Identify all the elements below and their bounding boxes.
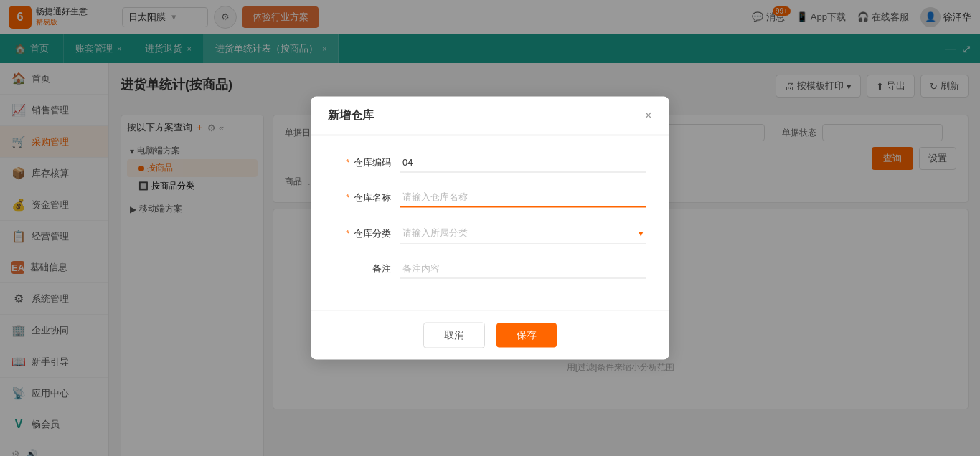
warehouse-category-label: * 仓库分类 <box>334 227 391 239</box>
modal-close-button[interactable]: × <box>644 108 652 123</box>
warehouse-name-label: * 仓库名称 <box>334 191 391 204</box>
warehouse-remark-label: 备注 <box>334 262 391 275</box>
modal-footer: 取消 保存 <box>311 310 669 360</box>
save-button[interactable]: 保存 <box>496 323 557 348</box>
warehouse-name-input[interactable] <box>400 187 646 208</box>
modal-body: * 仓库编码 * 仓库名称 * 仓库分类 请输入所属分类 ▾ <box>311 136 669 310</box>
warehouse-name-row: * 仓库名称 <box>334 187 646 208</box>
dropdown-arrow-icon: ▾ <box>639 227 644 238</box>
required-star: * <box>346 157 349 168</box>
required-star-2: * <box>346 191 349 202</box>
warehouse-code-label: * 仓库编码 <box>334 156 391 169</box>
warehouse-category-row: * 仓库分类 请输入所属分类 ▾ <box>334 222 646 244</box>
category-placeholder: 请输入所属分类 <box>402 227 468 239</box>
warehouse-code-row: * 仓库编码 <box>334 153 646 173</box>
modal-header: 新增仓库 × <box>311 97 669 136</box>
cancel-button[interactable]: 取消 <box>423 323 485 348</box>
warehouse-remark-input[interactable] <box>400 259 646 279</box>
warehouse-code-input[interactable] <box>400 153 646 173</box>
warehouse-category-select[interactable]: 请输入所属分类 ▾ <box>400 222 646 244</box>
add-warehouse-modal: 新增仓库 × * 仓库编码 * 仓库名称 * 仓库分类 请输入 <box>311 97 669 360</box>
required-star-3: * <box>346 227 349 238</box>
warehouse-remark-row: 备注 <box>334 259 646 279</box>
modal-title: 新增仓库 <box>328 108 374 123</box>
